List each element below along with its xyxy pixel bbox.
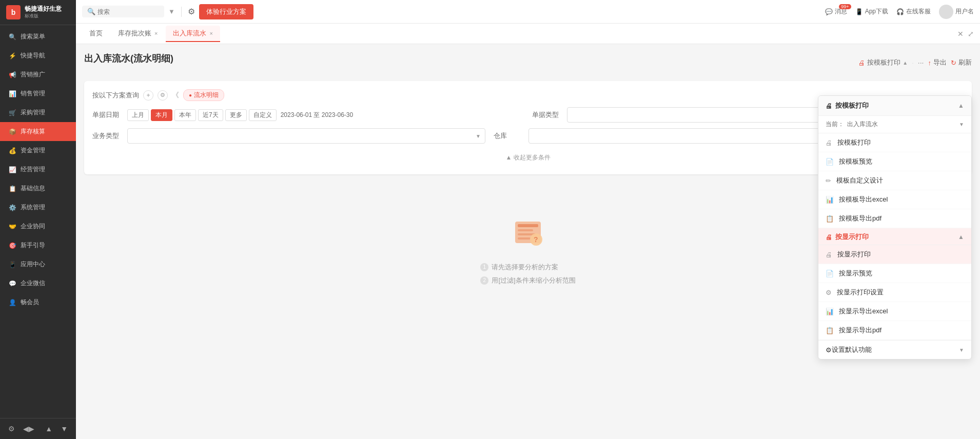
sidebar: b 畅捷通好生意 标准版 🔍 搜索菜单 ⚡ 快捷导航 📢 营销推广 📊 销售管理…	[0, 0, 76, 439]
box-icon: 📦	[8, 128, 16, 136]
refresh-button[interactable]: ↻ 刷新	[951, 58, 972, 67]
tab-home[interactable]: 首页	[82, 26, 110, 42]
sidebar-item-guide[interactable]: 🎯 新手引导	[0, 236, 76, 255]
sidebar-item-sales[interactable]: 📊 销售管理	[0, 84, 76, 103]
message-action[interactable]: 💬 消息 99+	[825, 7, 847, 16]
date-btn-last-month[interactable]: 上月	[127, 109, 149, 121]
date-btn-more[interactable]: 更多	[225, 109, 247, 121]
sidebar-item-label: 搜索菜单	[21, 32, 45, 41]
print-template-label: 按模板打印	[867, 58, 900, 67]
tab-inout-flow[interactable]: 出入库流水 ×	[166, 26, 220, 42]
sidebar-item-quick-nav[interactable]: ⚡ 快捷导航	[0, 46, 76, 65]
dropdown-footer[interactable]: ⚙ 设置默认功能 ▼	[818, 340, 971, 359]
topbar-search-input[interactable]	[97, 8, 159, 15]
export-button[interactable]: ↑ 导出	[928, 58, 947, 67]
dropdown-item-display-preview[interactable]: 📄 按显示预览	[818, 264, 971, 283]
user-icon: 👤	[8, 298, 16, 307]
step-1-num: 1	[480, 263, 488, 271]
template-preview-icon: 📄	[826, 158, 834, 166]
settings-footer-icon[interactable]: ⚙	[8, 425, 15, 433]
topbar-search-box[interactable]: 🔍	[82, 6, 164, 17]
app-download-action[interactable]: 📱 App下载	[855, 7, 888, 16]
dropdown-item-template-customize[interactable]: ✏ 模板自定义设计	[818, 171, 971, 190]
display-print-icon: 🖨	[826, 251, 832, 258]
print-template-button[interactable]: 🖨 按模板打印 ▲	[858, 58, 908, 67]
search-icon: 🔍	[8, 33, 16, 41]
template-export-pdf-icon: 📋	[826, 215, 834, 223]
export-icon: ↑	[928, 59, 932, 67]
sidebar-item-business[interactable]: 📈 经营管理	[0, 160, 76, 179]
dropdown-title: 🖨 按模板打印	[826, 101, 869, 110]
tabs-close-all-icon[interactable]: ✕	[957, 30, 964, 38]
trial-button[interactable]: 体验行业方案	[199, 4, 253, 19]
date-btn-7days[interactable]: 近7天	[198, 109, 223, 121]
print-icon: 🖨	[858, 59, 865, 67]
dropdown-close-arrow[interactable]: ▲	[958, 102, 964, 109]
gear-icon: ⚙️	[8, 204, 16, 212]
sidebar-item-system[interactable]: ⚙️ 系统管理	[0, 198, 76, 217]
current-value: 出入库流水	[847, 120, 878, 129]
topbar-gear-icon[interactable]: ⚙	[188, 7, 195, 16]
dropdown-item-display-export-excel[interactable]: 📊 按显示导出excel	[818, 302, 971, 321]
tabs-right-controls: ✕ ⤢	[957, 30, 974, 38]
more-actions-icon[interactable]: ···	[918, 58, 924, 67]
sidebar-item-search[interactable]: 🔍 搜索菜单	[0, 27, 76, 46]
sidebar-item-label: 企业微信	[21, 279, 45, 288]
dropdown-item-template-export-excel[interactable]: 📊 按模板导出excel	[818, 190, 971, 209]
message-icon: 💬	[825, 8, 833, 15]
print-title-icon: 🖨	[826, 102, 832, 110]
sidebar-item-collab[interactable]: 🤝 企业协同	[0, 217, 76, 236]
date-btn-custom[interactable]: 自定义	[249, 109, 277, 121]
dropdown-item-template-print[interactable]: 🖨 按模板打印	[818, 133, 971, 152]
tab-batch-account[interactable]: 库存批次账 ×	[111, 26, 165, 42]
tab-inout-close-icon[interactable]: ×	[209, 30, 212, 36]
sidebar-item-basic[interactable]: 📋 基础信息	[0, 179, 76, 198]
filter-settings-button[interactable]: ⚙	[158, 90, 168, 101]
dropdown-item-display-print[interactable]: 🖨 按显示打印	[818, 245, 971, 264]
filter-tag[interactable]: ● 流水明细	[183, 89, 224, 101]
current-arrow-icon[interactable]: ▼	[959, 122, 964, 127]
dropdown-item-display-export-pdf[interactable]: 📋 按显示导出pdf	[818, 321, 971, 340]
refresh-icon: ↻	[951, 59, 956, 67]
sidebar-item-label: 基础信息	[21, 184, 45, 193]
display-export-excel-label: 按显示导出excel	[839, 307, 964, 316]
topbar-divider	[181, 7, 182, 17]
tab-batch-close-icon[interactable]: ×	[154, 30, 158, 36]
sidebar-item-apps[interactable]: 📱 应用中心	[0, 255, 76, 274]
date-btn-this-year[interactable]: 本年	[174, 109, 196, 121]
sidebar-item-wecom[interactable]: 💬 企业微信	[0, 274, 76, 293]
date-buttons: 上月 本月 本年 近7天 更多 自定义	[127, 109, 277, 121]
dropdown-item-template-export-pdf[interactable]: 📋 按模板导出pdf	[818, 209, 971, 228]
sidebar-item-purchase[interactable]: 🛒 采购管理	[0, 103, 76, 122]
sidebar-item-label: 企业协同	[21, 222, 45, 231]
date-btn-this-month[interactable]: 本月	[151, 109, 172, 121]
display-section-arrow[interactable]: ▲	[958, 233, 964, 241]
toggle-sidebar-icon[interactable]: ◀▶	[23, 425, 34, 433]
phone-icon: 📱	[855, 8, 863, 15]
sidebar-item-member[interactable]: 👤 畅会员	[0, 293, 76, 312]
dropdown-item-template-preview[interactable]: 📄 按模板预览	[818, 152, 971, 171]
sidebar-item-label: 应用中心	[21, 260, 45, 269]
dropdown-item-display-print-settings[interactable]: ⚙ 按显示打印设置	[818, 283, 971, 302]
filter-collapse-icon[interactable]: 《	[172, 91, 179, 100]
sidebar-item-label: 采购管理	[21, 108, 45, 117]
tab-home-label: 首页	[89, 29, 103, 38]
sidebar-item-marketing[interactable]: 📢 营销推广	[0, 65, 76, 84]
topbar-chevron-icon[interactable]: ▼	[168, 8, 175, 15]
filter-label: 按以下方案查询	[92, 91, 139, 100]
sidebar-item-finance[interactable]: 💰 资金管理	[0, 141, 76, 160]
online-service-action[interactable]: 🎧 在线客服	[896, 7, 931, 16]
display-print-settings-label: 按显示打印设置	[837, 288, 964, 297]
trending-icon: 📈	[8, 166, 16, 174]
print-chevron-up-icon: ▲	[903, 60, 908, 66]
scroll-down-icon[interactable]: ▼	[61, 425, 68, 433]
tabs-expand-icon[interactable]: ⤢	[968, 30, 974, 38]
filter-add-button[interactable]: +	[143, 90, 153, 101]
user-avatar-area[interactable]: 用户名	[939, 5, 974, 19]
action-separator-1: ·	[912, 59, 914, 67]
sidebar-item-label: 销售管理	[21, 89, 45, 98]
sidebar-item-inventory[interactable]: 📦 库存核算	[0, 122, 76, 141]
scroll-up-icon[interactable]: ▲	[45, 425, 52, 433]
svg-text:?: ?	[534, 235, 538, 244]
biz-type-select[interactable]: ▼	[127, 128, 485, 144]
